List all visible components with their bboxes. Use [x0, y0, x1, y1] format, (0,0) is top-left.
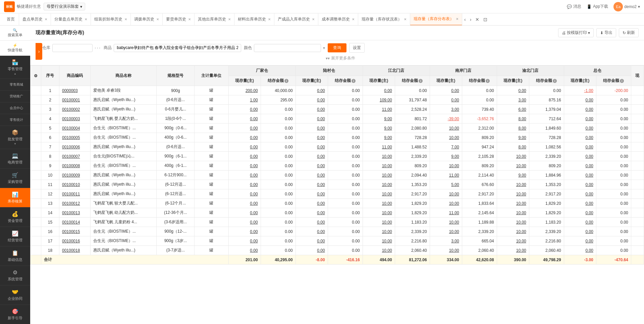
- col-settings[interactable]: ⚙: [31, 66, 41, 86]
- cell-c1-qty[interactable]: 0.00: [228, 208, 261, 218]
- cell-code[interactable]: 00100018: [59, 246, 90, 255]
- cell-code[interactable]: 00100007: [59, 152, 90, 161]
- cell-c4-qty[interactable]: 10.00: [430, 246, 462, 255]
- tab-10[interactable]: 现存量（库存状况表）✕: [358, 13, 410, 26]
- cell-c3-qty[interactable]: 11.00: [363, 142, 395, 152]
- cell-c4-qty[interactable]: 7.00: [430, 142, 462, 152]
- cell-c4-qty[interactable]: 10.00: [430, 227, 462, 236]
- cell-code[interactable]: 00100013: [59, 208, 90, 218]
- tab-scroll-right[interactable]: ›: [468, 17, 474, 22]
- cell-code[interactable]: 00100006: [59, 142, 90, 152]
- cell-c1-qty[interactable]: 0.00: [228, 124, 261, 133]
- cell-c1-qty[interactable]: 0.00: [228, 161, 261, 171]
- info-icon[interactable]: i: [553, 79, 557, 83]
- cell-c3-qty[interactable]: 9.00: [363, 114, 395, 124]
- cell-tot-qty[interactable]: 0.00: [564, 142, 596, 152]
- warehouse-input[interactable]: [52, 44, 93, 52]
- color-input[interactable]: [254, 44, 321, 52]
- cell-c4-qty[interactable]: 10.00: [430, 124, 462, 133]
- cell-tot-qty[interactable]: 0.00: [564, 199, 596, 208]
- message-btn[interactable]: 💬 消息: [567, 4, 581, 9]
- cell-code[interactable]: 00100016: [59, 236, 90, 246]
- cell-c3-qty[interactable]: 10.00: [363, 161, 395, 171]
- sidebar-item-member[interactable]: 会员中心: [0, 102, 30, 114]
- cell-code[interactable]: 00100008: [59, 161, 90, 171]
- cell-tot-qty[interactable]: 0.00: [564, 105, 596, 114]
- cell-c5-qty[interactable]: 6.00: [497, 105, 529, 114]
- cell-c3-qty[interactable]: 10.00: [363, 199, 395, 208]
- cell-code[interactable]: 00100005: [59, 133, 90, 142]
- cell-code[interactable]: 00100012: [59, 199, 90, 208]
- close-icon[interactable]: ✕: [156, 17, 159, 21]
- cell-c4-qty[interactable]: 9.00: [430, 152, 462, 161]
- cell-c5-qty[interactable]: 9.00: [497, 171, 529, 180]
- cell-tot-qty[interactable]: 0.00: [564, 236, 596, 246]
- cell-c2-qty[interactable]: 0.00: [296, 227, 328, 236]
- cell-tot-qty[interactable]: 0.00: [564, 152, 596, 161]
- cell-code[interactable]: 00100015: [59, 227, 90, 236]
- info-icon[interactable]: i: [284, 79, 288, 83]
- sidebar-item-operations[interactable]: 📈 经营管理: [0, 227, 30, 246]
- cell-c5-qty[interactable]: 9.00: [497, 133, 529, 142]
- cell-c4-qty[interactable]: 5.00: [430, 180, 462, 189]
- tab-11-active[interactable]: 现存量（库存分布表）✕: [410, 13, 462, 26]
- cell-c2-qty[interactable]: 0.00: [296, 105, 328, 114]
- cell-code[interactable]: 00100003: [59, 114, 90, 124]
- cell-c3-qty[interactable]: 10.00: [363, 171, 395, 180]
- cell-c4-qty[interactable]: 0.00: [430, 86, 462, 95]
- cell-c2-qty[interactable]: 0.00: [296, 161, 328, 171]
- tab-5[interactable]: 要货单历史 ✕: [163, 13, 195, 26]
- sidebar-item-retail-store[interactable]: 零售商城: [0, 79, 30, 91]
- cell-c3-qty[interactable]: 11.00: [363, 105, 395, 114]
- cell-c5-qty[interactable]: 10.00: [497, 236, 529, 246]
- tab-scroll-left[interactable]: ‹: [462, 17, 468, 22]
- info-icon[interactable]: i: [419, 79, 423, 83]
- cell-c5-qty[interactable]: 10.00: [497, 189, 529, 199]
- cell-code[interactable]: 00100001: [59, 95, 90, 105]
- cell-c2-qty[interactable]: 0.00: [296, 171, 328, 180]
- cell-c5-qty[interactable]: 10.00: [497, 161, 529, 171]
- cell-c5-qty[interactable]: 10.00: [497, 199, 529, 208]
- close-icon[interactable]: ✕: [188, 17, 191, 21]
- cell-c3-qty[interactable]: 10.00: [363, 152, 395, 161]
- cell-tot-qty[interactable]: 0.00: [564, 161, 596, 171]
- cell-c5-qty[interactable]: 10.00: [497, 180, 529, 189]
- cell-tot-qty[interactable]: 0.00: [564, 227, 596, 236]
- cell-c2-qty[interactable]: 0.00: [296, 152, 328, 161]
- cell-c5-qty[interactable]: 10.00: [497, 227, 529, 236]
- info-icon[interactable]: i: [620, 79, 624, 83]
- sidebar-item-nav[interactable]: ⚡ 快捷导航: [0, 41, 30, 56]
- cell-c2-qty[interactable]: 0.00: [296, 218, 328, 227]
- tab-1[interactable]: 盘点单历史 ✕: [19, 13, 51, 26]
- sidebar-item-retail-mgmt[interactable]: 🏪 零售管理 ▲: [0, 56, 30, 79]
- cell-c3-qty[interactable]: 10.00: [363, 218, 395, 227]
- cell-c3-qty[interactable]: 9.00: [363, 133, 395, 142]
- cell-c5-qty[interactable]: 8.00: [497, 114, 529, 124]
- cell-tot-qty[interactable]: -1.00: [564, 86, 596, 95]
- cell-c5-qty[interactable]: 8.00: [497, 124, 529, 133]
- cell-code[interactable]: 00100011: [59, 189, 90, 199]
- cell-code[interactable]: 00100014: [59, 218, 90, 227]
- cell-c2-qty[interactable]: 0.00: [296, 142, 328, 152]
- cell-c4-qty[interactable]: 3.00: [430, 105, 462, 114]
- cell-c4-qty[interactable]: 11.00: [430, 171, 462, 180]
- cell-c3-qty[interactable]: 0.00: [363, 86, 395, 95]
- cell-tot-qty[interactable]: 0.00: [564, 114, 596, 124]
- cell-c5-qty[interactable]: 10.00: [497, 218, 529, 227]
- cell-c2-qty[interactable]: 0.00: [296, 246, 328, 255]
- cell-c2-qty[interactable]: 0.00: [296, 236, 328, 246]
- cell-tot-qty[interactable]: 0.00: [564, 171, 596, 180]
- cell-tot-qty[interactable]: 0.00: [564, 95, 596, 105]
- cell-tot-qty[interactable]: 0.00: [564, 218, 596, 227]
- close-icon[interactable]: ✕: [45, 17, 47, 21]
- tab-3[interactable]: 组装折卸单历史 ✕: [91, 13, 131, 26]
- cell-c3-qty[interactable]: 10.00: [363, 180, 395, 189]
- close-icon[interactable]: ✕: [85, 17, 87, 21]
- settings-btn[interactable]: 设置: [349, 43, 365, 53]
- tab-6[interactable]: 其他出库单历史 ✕: [195, 13, 234, 26]
- sidebar-item-guide[interactable]: 🎯 新手引导: [0, 305, 30, 324]
- cell-c2-qty[interactable]: 0.00: [296, 124, 328, 133]
- cell-c5-qty[interactable]: 8.00: [497, 142, 529, 152]
- cell-tot-qty[interactable]: 0.00: [564, 180, 596, 189]
- sidebar-item-basic-info[interactable]: 📋 基础信息: [0, 246, 30, 266]
